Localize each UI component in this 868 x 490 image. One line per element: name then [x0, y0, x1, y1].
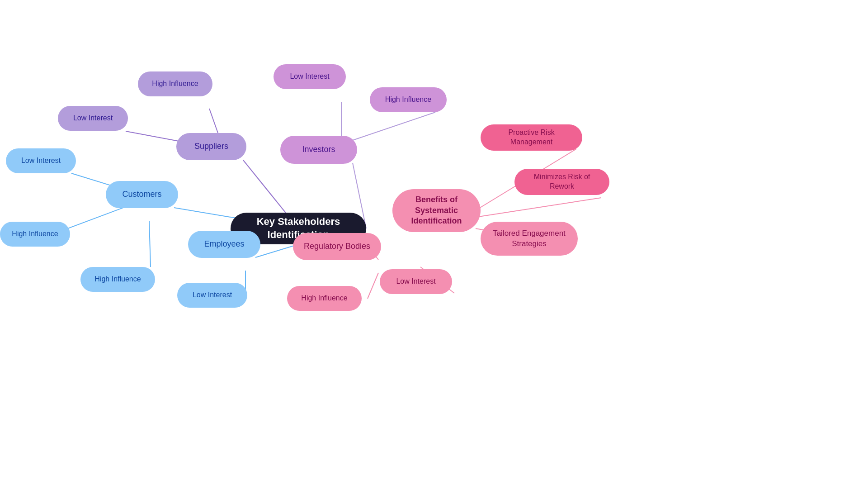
investors-node: Investors — [280, 136, 357, 164]
benefits-minimizes-node: Minimizes Risk of Rework — [514, 169, 609, 195]
customers-high-influence2-node: High Influence — [80, 267, 155, 292]
suppliers-low-interest-node: Low Interest — [58, 106, 128, 131]
suppliers-node: Suppliers — [176, 133, 246, 160]
investors-low-interest-node: Low Interest — [274, 64, 346, 89]
svg-line-9 — [149, 221, 151, 267]
employees-low-interest-node: Low Interest — [177, 283, 247, 308]
benefits-proactive-node: Proactive Risk Management — [481, 124, 582, 151]
customers-high-influence-node: High Influence — [0, 222, 70, 247]
suppliers-high-influence-node: High Influence — [138, 71, 212, 96]
investors-high-influence-node: High Influence — [370, 87, 447, 112]
svg-line-2 — [353, 112, 435, 140]
employees-node: Employees — [188, 231, 260, 258]
regulatory-node: Regulatory Bodies — [293, 233, 381, 260]
svg-line-17 — [476, 198, 601, 217]
benefits-node: Benefits of Systematic Identification — [392, 189, 481, 232]
customers-node: Customers — [106, 181, 178, 208]
svg-line-13 — [368, 273, 378, 299]
regulatory-low-interest-node: Low Interest — [380, 269, 452, 294]
customers-low-interest-node: Low Interest — [6, 148, 76, 173]
benefits-tailored-node: Tailored Engagement Strategies — [481, 222, 578, 256]
svg-line-10 — [255, 244, 298, 257]
regulatory-high-influence-node: High Influence — [287, 286, 362, 311]
